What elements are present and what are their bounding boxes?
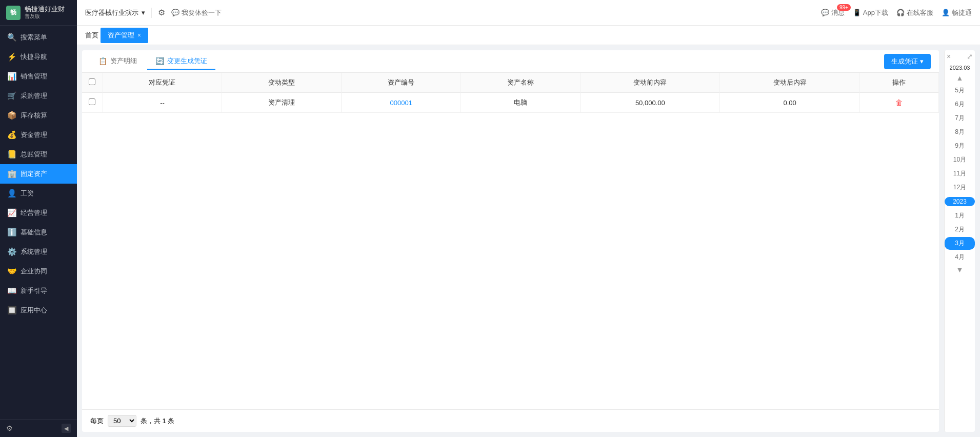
sidebar-item-ledger[interactable]: 📒总账管理 (0, 145, 77, 164)
sidebar-item-operation[interactable]: 📈经营管理 (0, 203, 77, 223)
select-all-checkbox[interactable] (89, 78, 95, 85)
calendar-month[interactable]: 6月 (945, 98, 975, 111)
nav-label-system: 系统管理 (21, 247, 47, 256)
nav-label-inventory: 库存核算 (21, 111, 47, 120)
logo-text: 畅捷通好业财 普及版 (25, 5, 65, 21)
app-download-btn[interactable]: 📱 App下载 (853, 8, 888, 17)
row-after-content: 0.00 (720, 93, 859, 113)
feedback-btn[interactable]: 💬 我要体验一下 (171, 8, 222, 17)
col-asset-no: 资产编号 (342, 73, 461, 93)
nav-icon-basic: ℹ️ (7, 228, 16, 237)
calendar-up-btn[interactable]: ▲ (955, 73, 965, 83)
company-name: 医疗器械行业演示 (85, 8, 138, 17)
nav-icon-ledger: 📒 (7, 150, 16, 159)
calendar-expand-btn[interactable]: ⤢ (967, 52, 973, 61)
calendar-month[interactable]: 4月 (945, 251, 975, 264)
generate-voucher-btn[interactable]: 生成凭证 ▾ (884, 54, 931, 69)
calendar-month[interactable]: 5月 (945, 84, 975, 97)
sidebar-scroll-btn[interactable]: ◀ (62, 424, 71, 433)
nav-label-enterprise: 企业协同 (21, 267, 47, 276)
calendar-close-btn[interactable]: × (947, 52, 951, 61)
calendar-month[interactable]: 1月 (945, 209, 975, 222)
generate-dropdown-icon: ▾ (920, 57, 924, 65)
calendar-month[interactable]: 9月 (945, 140, 975, 152)
sidebar-item-system[interactable]: ⚙️系统管理 (0, 242, 77, 262)
generate-btn-label: 生成凭证 (891, 57, 918, 66)
row-voucher: -- (103, 93, 222, 113)
feedback-label: 我要体验一下 (182, 8, 222, 17)
table-container: 对应凭证 变动类型 资产编号 资产名称 变动前内容 变动后内容 操作 -- 资产… (82, 73, 939, 409)
col-change-type: 变动类型 (222, 73, 342, 93)
message-btn[interactable]: 💬 消息 99+ (821, 8, 845, 17)
sidebar-item-purchase[interactable]: 🛒采购管理 (0, 86, 77, 106)
asset-table: 对应凭证 变动类型 资产编号 资产名称 变动前内容 变动后内容 操作 -- 资产… (82, 73, 939, 113)
calendar-month[interactable]: 3月 (945, 237, 975, 250)
total-label: 条，共 1 条 (141, 416, 174, 426)
nav-label-ledger: 总账管理 (21, 150, 47, 159)
col-voucher: 对应凭证 (103, 73, 222, 93)
row-before-content: 50,000.00 (581, 93, 720, 113)
col-after-content: 变动后内容 (720, 73, 859, 93)
nav-label-guide: 新手引导 (21, 286, 47, 295)
calendar-month[interactable]: 8月 (945, 126, 975, 138)
nav-icon-system: ⚙️ (7, 247, 16, 256)
nav-label-basic: 基础信息 (21, 228, 47, 237)
nav-icon-finance: 💰 (7, 130, 16, 140)
nav-icon-operation: 📈 (7, 208, 16, 217)
calendar-months: ▲5月6月7月8月9月10月11月12月20231月2月3月4月▼ (945, 73, 975, 430)
calendar-month[interactable]: 10月 (945, 153, 975, 166)
calendar-month[interactable]: 11月 (945, 167, 975, 180)
nav-label-quicknav: 快捷导航 (21, 52, 47, 62)
service-label: 在线客服 (907, 8, 933, 17)
sidebar-item-sales[interactable]: 📊销售管理 (0, 67, 77, 86)
nav-icon-quicknav: ⚡ (7, 52, 16, 62)
sub-tab-asset-detail[interactable]: 📋 资产明细 (90, 53, 145, 70)
sidebar-item-basic[interactable]: ℹ️基础信息 (0, 223, 77, 242)
main-area: 医疗器械行业演示 ▾ ⚙ 💬 我要体验一下 💬 消息 99+ 📱 App下载 🎧… (77, 0, 980, 437)
sidebar-item-search[interactable]: 🔍搜索菜单 (0, 28, 77, 47)
nav-label-search: 搜索菜单 (21, 33, 47, 42)
calendar-month[interactable]: 12月 (945, 181, 975, 194)
tab-asset-management[interactable]: 资产管理 × (101, 28, 148, 43)
sidebar-item-finance[interactable]: 💰资金管理 (0, 125, 77, 145)
asset-detail-icon: 📋 (98, 57, 107, 65)
delete-btn[interactable]: 🗑 (895, 98, 903, 107)
tab-close-icon[interactable]: × (137, 32, 141, 39)
nav-icon-inventory: 📦 (7, 111, 16, 120)
sidebar-item-salary[interactable]: 👤工资 (0, 184, 77, 203)
online-service-btn[interactable]: 🎧 在线客服 (896, 8, 933, 17)
pagination: 每页 102050100 条，共 1 条 (82, 409, 939, 432)
nav-icon-enterprise: 🤝 (7, 267, 16, 276)
nav-label-finance: 资金管理 (21, 130, 47, 140)
sidebar-item-guide[interactable]: 📖新手引导 (0, 281, 77, 301)
calendar-down-btn[interactable]: ▼ (955, 265, 965, 275)
per-page-label: 每页 (90, 416, 104, 426)
settings-btn[interactable]: ⚙ (6, 424, 13, 432)
calendar-year-marker[interactable]: 2023 (945, 197, 975, 206)
sidebar-item-inventory[interactable]: 📦库存核算 (0, 106, 77, 125)
user-btn[interactable]: 👤 畅捷通 (942, 8, 972, 17)
sidebar-item-enterprise[interactable]: 🤝企业协同 (0, 262, 77, 281)
nav-label-purchase: 采购管理 (21, 91, 47, 101)
nav-icon-guide: 📖 (7, 286, 16, 295)
tab-home[interactable]: 首页 (85, 31, 98, 40)
row-checkbox[interactable] (89, 98, 95, 105)
calendar-month[interactable]: 2月 (945, 223, 975, 236)
app-label: App下载 (863, 8, 888, 17)
row-asset-no: 000001 (342, 93, 461, 113)
company-selector[interactable]: 医疗器械行业演示 ▾ (85, 8, 145, 17)
sidebar-nav: 🔍搜索菜单⚡快捷导航📊销售管理🛒采购管理📦库存核算💰资金管理📒总账管理🏢固定资产… (0, 26, 77, 419)
user-avatar-icon: 👤 (942, 9, 950, 16)
sidebar-item-fixed[interactable]: 🏢固定资产 (0, 164, 77, 184)
sub-tab-change-voucher[interactable]: 🔄 变更生成凭证 (147, 53, 215, 70)
sidebar-item-quicknav[interactable]: ⚡快捷导航 (0, 47, 77, 67)
calendar-month[interactable]: 7月 (945, 112, 975, 125)
message-icon: 💬 (821, 9, 829, 16)
nav-icon-purchase: 🛒 (7, 91, 16, 101)
feedback-icon: 💬 (171, 9, 179, 16)
sidebar-bottom: ⚙ ◀ (0, 419, 77, 437)
settings-gear-icon[interactable]: ⚙ (158, 8, 165, 17)
main-panel: 📋 资产明细 🔄 变更生成凭证 生成凭证 ▾ (82, 50, 939, 432)
sidebar-item-appcenter[interactable]: 🔲应用中心 (0, 301, 77, 320)
per-page-select[interactable]: 102050100 (108, 415, 136, 427)
